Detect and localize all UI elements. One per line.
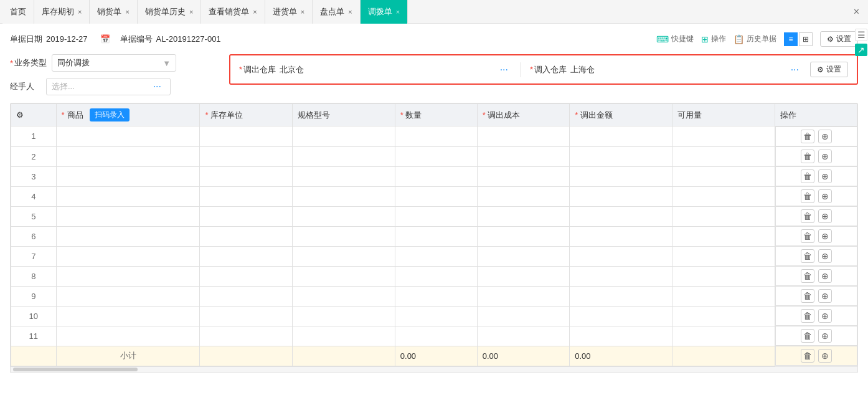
row-9-amount[interactable] (570, 286, 672, 306)
settings-button[interactable]: ⚙ 设置 (820, 31, 858, 47)
row-5-delete-button[interactable]: 🗑 (801, 209, 814, 223)
row-9-delete-button[interactable]: 🗑 (801, 289, 814, 303)
row-5-spec[interactable] (292, 206, 395, 226)
row-7-copy-button[interactable]: ⊕ (818, 249, 832, 263)
row-11-unit[interactable] (200, 326, 292, 346)
row-10-amount[interactable] (570, 306, 672, 326)
tab-inventory-check[interactable]: 盘点单 × (313, 0, 360, 24)
row-8-qty[interactable] (395, 266, 477, 286)
row-1-copy-button[interactable]: ⊕ (818, 130, 832, 143)
tab-sales-history-close[interactable]: × (189, 8, 193, 16)
tab-inventory-init[interactable]: 库存期初 × (34, 0, 90, 24)
subtotal-delete-button[interactable]: 🗑 (801, 349, 814, 363)
row-5-product[interactable] (56, 206, 200, 226)
row-5-available[interactable] (672, 206, 775, 226)
row-10-qty[interactable] (395, 306, 477, 326)
row-10-delete-button[interactable]: 🗑 (801, 309, 814, 323)
business-type-select[interactable]: 同价调拨 ▼ (52, 54, 176, 72)
row-8-product[interactable] (56, 266, 200, 286)
grid-view-button[interactable]: ⊞ (799, 32, 813, 46)
row-10-unit[interactable] (200, 306, 292, 326)
row-3-copy-button[interactable]: ⊕ (818, 169, 832, 183)
row-5-unit[interactable] (200, 206, 292, 226)
row-7-unit[interactable] (200, 246, 292, 266)
row-8-spec[interactable] (292, 266, 395, 286)
row-8-unit[interactable] (200, 266, 292, 286)
row-10-available[interactable] (672, 306, 775, 326)
row-9-qty[interactable] (395, 286, 477, 306)
window-close-button[interactable]: × (847, 0, 866, 24)
row-11-spec[interactable] (292, 326, 395, 346)
row-8-available[interactable] (672, 266, 775, 286)
row-3-spec[interactable] (292, 166, 395, 186)
row-1-amount[interactable] (570, 126, 672, 147)
row-2-available[interactable] (672, 146, 775, 166)
row-4-copy-button[interactable]: ⊕ (818, 189, 832, 203)
row-6-cost[interactable] (477, 226, 569, 246)
row-3-cost[interactable] (477, 166, 569, 186)
row-4-delete-button[interactable]: 🗑 (801, 189, 814, 203)
subtotal-copy-button[interactable]: ⊕ (818, 349, 832, 363)
row-10-cost[interactable] (477, 306, 569, 326)
tab-view-sales-close[interactable]: × (253, 8, 257, 16)
history-button[interactable]: 📋 历史单据 (734, 34, 776, 44)
row-3-qty[interactable] (395, 166, 477, 186)
row-7-spec[interactable] (292, 246, 395, 266)
tab-sales-order-close[interactable]: × (125, 8, 129, 16)
row-7-cost[interactable] (477, 246, 569, 266)
row-5-cost[interactable] (477, 206, 569, 226)
tab-sales-history[interactable]: 销货单历史 × (138, 0, 201, 24)
col-header-settings[interactable]: ⚙ (11, 104, 57, 126)
scan-input-button[interactable]: 扫码录入 (90, 108, 130, 121)
row-1-unit[interactable] (200, 126, 292, 147)
shortcuts-button[interactable]: ⌨ 快捷键 (656, 34, 694, 44)
person-more-button[interactable]: ··· (149, 81, 165, 92)
row-6-qty[interactable] (395, 226, 477, 246)
row-4-qty[interactable] (395, 186, 477, 206)
row-6-spec[interactable] (292, 226, 395, 246)
row-6-product[interactable] (56, 226, 200, 246)
sidebar-list-icon[interactable]: ☰ (855, 29, 867, 41)
row-1-cost[interactable] (477, 126, 569, 147)
row-11-available[interactable] (672, 326, 775, 346)
row-2-unit[interactable] (200, 146, 292, 166)
row-8-amount[interactable] (570, 266, 672, 286)
row-1-available[interactable] (672, 126, 775, 147)
row-3-available[interactable] (672, 166, 775, 186)
transfer-out-more-button[interactable]: ··· (496, 64, 512, 75)
row-10-copy-button[interactable]: ⊕ (818, 309, 832, 323)
row-10-spec[interactable] (292, 306, 395, 326)
row-8-copy-button[interactable]: ⊕ (818, 269, 832, 283)
calendar-icon[interactable]: 📅 (100, 34, 110, 44)
row-2-delete-button[interactable]: 🗑 (801, 150, 814, 163)
row-1-spec[interactable] (292, 126, 395, 147)
row-9-unit[interactable] (200, 286, 292, 306)
row-11-copy-button[interactable]: ⊕ (818, 329, 832, 343)
row-9-copy-button[interactable]: ⊕ (818, 289, 832, 303)
row-4-cost[interactable] (477, 186, 569, 206)
person-select[interactable]: 选择... ··· (46, 78, 171, 95)
row-11-delete-button[interactable]: 🗑 (801, 329, 814, 343)
row-11-amount[interactable] (570, 326, 672, 346)
row-7-available[interactable] (672, 246, 775, 266)
list-view-button[interactable]: ≡ (784, 32, 798, 46)
row-2-product[interactable] (56, 146, 200, 166)
row-2-amount[interactable] (570, 146, 672, 166)
tab-inventory-check-close[interactable]: × (348, 8, 352, 16)
row-2-cost[interactable] (477, 146, 569, 166)
operations-button[interactable]: ⊞ 操作 (701, 34, 726, 44)
row-6-delete-button[interactable]: 🗑 (801, 229, 814, 243)
row-11-cost[interactable] (477, 326, 569, 346)
transfer-in-more-button[interactable]: ··· (787, 64, 803, 75)
row-11-qty[interactable] (395, 326, 477, 346)
row-3-product[interactable] (56, 166, 200, 186)
row-7-product[interactable] (56, 246, 200, 266)
row-3-delete-button[interactable]: 🗑 (801, 169, 814, 183)
row-5-qty[interactable] (395, 206, 477, 226)
row-2-spec[interactable] (292, 146, 395, 166)
row-3-amount[interactable] (570, 166, 672, 186)
row-8-delete-button[interactable]: 🗑 (801, 269, 814, 283)
row-6-available[interactable] (672, 226, 775, 246)
tab-purchase-order-close[interactable]: × (301, 8, 304, 16)
row-10-product[interactable] (56, 306, 200, 326)
